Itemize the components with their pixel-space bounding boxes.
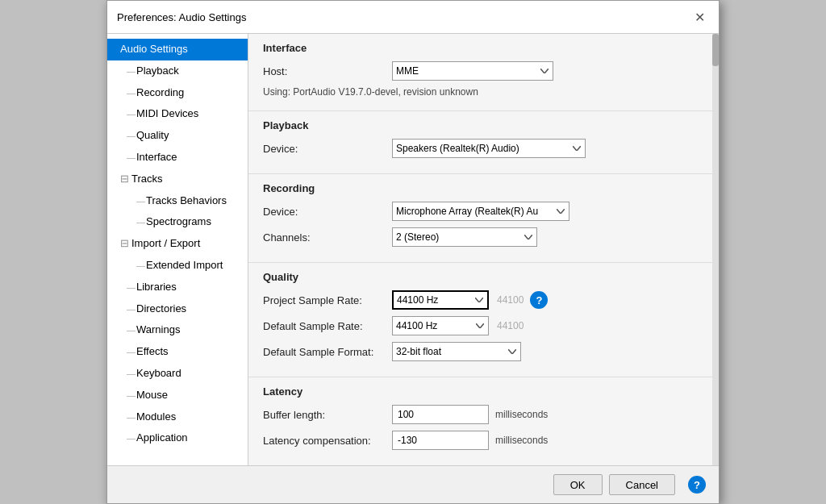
latency-compensation-row: Latency compensation: milliseconds <box>263 430 698 451</box>
tree-line: — <box>136 194 146 209</box>
sidebar-item-modules[interactable]: —Modules <box>107 406 248 428</box>
recording-device-label: Device: <box>263 206 392 218</box>
project-sample-rate-row: Project Sample Rate: 8000 Hz 11025 Hz 22… <box>263 289 698 310</box>
tree-expand-icon2: ⊟ <box>120 237 129 249</box>
project-sample-rate-label: Project Sample Rate: <box>263 294 392 306</box>
tree-line: — <box>136 215 146 230</box>
recording-channels-select[interactable]: 1 (Mono) 2 (Stereo) <box>392 227 537 247</box>
buffer-length-row: Buffer length: milliseconds <box>263 404 698 425</box>
sidebar-item-import-export[interactable]: ⊟Import / Export <box>107 233 248 255</box>
buffer-length-input[interactable] <box>392 405 489 424</box>
host-select[interactable]: MME Windows DirectSound Windows WASAPI <box>392 61 553 81</box>
sidebar-item-effects[interactable]: —Effects <box>107 341 248 363</box>
title-bar: Preferences: Audio Settings ✕ <box>107 1 719 34</box>
recording-channels-label: Channels: <box>263 231 392 244</box>
sidebar-item-audio-settings[interactable]: Audio Settings <box>107 39 248 60</box>
main-content: Interface Host: MME Windows DirectSound … <box>248 34 712 465</box>
default-sample-format-select[interactable]: 16-bit PCM 24-bit PCM 32-bit float <box>392 342 521 361</box>
tree-line: — <box>127 151 136 165</box>
ok-button[interactable]: OK <box>553 474 603 495</box>
playback-device-select[interactable]: Speakers (Realtek(R) Audio) Default <box>392 139 586 158</box>
latency-section-title: Latency <box>263 385 698 398</box>
tree-line: — <box>127 129 136 144</box>
playback-device-label: Device: <box>263 143 392 155</box>
tree-line: — <box>127 323 136 338</box>
tree-line: — <box>127 86 136 101</box>
tree-line: — <box>127 65 136 79</box>
recording-section: Recording Device: Microphone Array (Real… <box>248 174 712 263</box>
default-sample-rate-row: Default Sample Rate: 8000 Hz 11025 Hz 22… <box>263 315 698 336</box>
dialog-title: Preferences: Audio Settings <box>117 11 246 23</box>
project-sample-rate-number: 44100 <box>497 294 524 306</box>
cancel-button[interactable]: Cancel <box>609 474 675 495</box>
recording-device-row: Device: Microphone Array (Realtek(R) Au … <box>263 201 698 222</box>
sidebar-item-application[interactable]: —Application <box>107 427 248 449</box>
sidebar-item-mouse[interactable]: —Mouse <box>107 385 248 406</box>
preferences-dialog: Preferences: Audio Settings ✕ Audio Sett… <box>106 0 720 504</box>
playback-section-title: Playback <box>263 119 698 131</box>
latency-section: Latency Buffer length: milliseconds Late… <box>248 377 712 465</box>
tree-line: — <box>127 431 136 446</box>
default-sample-rate-select[interactable]: 8000 Hz 11025 Hz 22050 Hz 44100 Hz 48000… <box>392 316 489 335</box>
default-sample-format-row: Default Sample Format: 16-bit PCM 24-bit… <box>263 341 698 362</box>
sidebar-item-quality[interactable]: —Quality <box>107 125 248 147</box>
interface-section: Interface Host: MME Windows DirectSound … <box>248 34 712 111</box>
playback-section: Playback Device: Speakers (Realtek(R) Au… <box>248 111 712 174</box>
buffer-length-label: Buffer length: <box>263 409 392 421</box>
sidebar-item-directories[interactable]: —Directories <box>107 298 248 320</box>
host-label: Host: <box>263 65 392 77</box>
sidebar: Audio Settings —Playback —Recording —MID… <box>107 34 248 465</box>
latency-compensation-input[interactable] <box>392 431 489 450</box>
host-row: Host: MME Windows DirectSound Windows WA… <box>263 60 698 81</box>
scrollbar-thumb[interactable] <box>712 34 719 66</box>
sidebar-item-tracks-behaviors[interactable]: —Tracks Behaviors <box>107 190 248 212</box>
sidebar-item-recording[interactable]: —Recording <box>107 82 248 104</box>
sidebar-item-keyboard[interactable]: —Keyboard <box>107 363 248 385</box>
tree-line: — <box>136 259 146 273</box>
latency-compensation-label: Latency compensation: <box>263 435 392 447</box>
scrollbar[interactable] <box>712 34 719 465</box>
recording-section-title: Recording <box>263 182 698 194</box>
tree-line: — <box>127 107 136 122</box>
default-sample-rate-label: Default Sample Rate: <box>263 320 392 332</box>
recording-device-select[interactable]: Microphone Array (Realtek(R) Au Default <box>392 202 569 221</box>
dialog-footer: OK Cancel ? <box>107 465 719 503</box>
sidebar-item-warnings[interactable]: —Warnings <box>107 319 248 341</box>
playback-device-row: Device: Speakers (Realtek(R) Audio) Defa… <box>263 138 698 159</box>
tree-line: — <box>127 281 136 295</box>
footer-help-button[interactable]: ? <box>688 476 706 494</box>
close-button[interactable]: ✕ <box>690 7 709 27</box>
sidebar-item-playback[interactable]: —Playback <box>107 60 248 82</box>
buffer-length-unit: milliseconds <box>495 409 548 420</box>
project-sample-rate-help-button[interactable]: ? <box>530 291 548 309</box>
sidebar-item-interface[interactable]: —Interface <box>107 147 248 169</box>
project-sample-rate-select[interactable]: 8000 Hz 11025 Hz 22050 Hz 44100 Hz 48000… <box>392 290 489 310</box>
tree-expand-icon: ⊟ <box>120 173 129 185</box>
sidebar-item-extended-import[interactable]: —Extended Import <box>107 255 248 277</box>
quality-section: Quality Project Sample Rate: 8000 Hz 110… <box>248 263 712 377</box>
tree-line: — <box>127 302 136 317</box>
tree-line: — <box>127 410 136 425</box>
quality-section-title: Quality <box>263 271 698 283</box>
sidebar-item-tracks[interactable]: ⊟Tracks <box>107 169 248 190</box>
latency-compensation-unit: milliseconds <box>495 435 548 446</box>
interface-section-title: Interface <box>263 42 698 54</box>
tree-line: — <box>127 389 136 403</box>
tree-line: — <box>127 367 136 381</box>
dialog-body: Audio Settings —Playback —Recording —MID… <box>107 34 719 465</box>
sidebar-item-libraries[interactable]: —Libraries <box>107 277 248 298</box>
default-sample-rate-number: 44100 <box>497 320 524 331</box>
recording-channels-row: Channels: 1 (Mono) 2 (Stereo) <box>263 227 698 248</box>
sidebar-item-midi-devices[interactable]: —MIDI Devices <box>107 103 248 125</box>
portaudio-info: Using: PortAudio V19.7.0-devel, revision… <box>263 86 698 98</box>
sidebar-item-spectrograms[interactable]: —Spectrograms <box>107 211 248 233</box>
default-sample-format-label: Default Sample Format: <box>263 346 392 358</box>
tree-line: — <box>127 345 136 360</box>
